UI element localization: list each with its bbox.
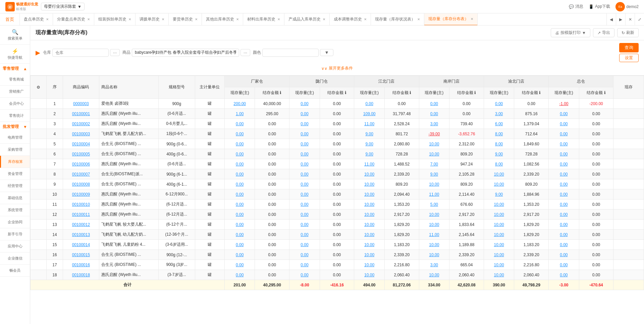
- sidebar-item-member[interactable]: 会员中心: [0, 98, 30, 110]
- sidebar-item-retail-stats[interactable]: 零售统计: [0, 110, 30, 122]
- th-nanbin-amt: 结存金额 ℹ: [449, 87, 484, 99]
- sidebar-item-enterprise[interactable]: 企业协同: [0, 216, 30, 228]
- th-jiangbei-amt: 结存金额 ℹ: [384, 87, 419, 99]
- th-no: 序: [47, 76, 63, 99]
- th-factory-qty: 现存量(主): [224, 87, 255, 99]
- th-factory-amt: 结存金额 ℹ: [255, 87, 289, 99]
- sidebar-item-ecommerce[interactable]: 电商管理: [0, 132, 30, 144]
- sidebar-item-search[interactable]: 🔍 搜索英单: [0, 26, 30, 45]
- sidebar-item-wechat[interactable]: 企业微信: [0, 252, 30, 265]
- warehouse-input[interactable]: [52, 49, 109, 57]
- print-button[interactable]: 🖨 按模版打印 ▼: [551, 28, 590, 37]
- close-icon[interactable]: ✕: [417, 17, 420, 21]
- tab-order[interactable]: 要货单历史 ✕: [169, 13, 202, 26]
- color-input[interactable]: [262, 49, 319, 57]
- tab-next-button[interactable]: ▶: [616, 13, 625, 26]
- tab-close-all-button[interactable]: ✕: [625, 13, 635, 26]
- table-row: 16 00100015 合生元 (BIOSTIME) ... 900g (12-…: [31, 250, 644, 260]
- sidebar-item-finance[interactable]: 资金管理: [0, 168, 30, 180]
- tab-cost-adjust[interactable]: 成本调整单历史 ✕: [330, 13, 371, 26]
- export-button[interactable]: ↗ 导出: [593, 28, 614, 37]
- sidebar-item-marketing[interactable]: 营销推广: [0, 86, 30, 98]
- goods-input[interactable]: [132, 49, 239, 57]
- tab-stock-distribution[interactable]: 现存量（库存分布表） ✕: [424, 13, 478, 26]
- table-row: 4 00100003 飞鹤星飞帆 婴儿配方奶... 1段(0-6个... 罐 0…: [31, 129, 644, 139]
- close-icon[interactable]: ✕: [323, 17, 325, 21]
- close-icon[interactable]: ✕: [277, 17, 280, 21]
- tab-portion-count[interactable]: 分量盘点单历史 ✕: [53, 13, 94, 26]
- goods-picker-button[interactable]: ···: [240, 49, 250, 56]
- flash-icon: ⚡: [1, 48, 29, 54]
- main-layout: 🔍 搜索英单 ⚡ 快捷导航 零售管理 ▲ 零售商城 营销推广 会员中心 零售统计…: [0, 26, 644, 324]
- chevron-up-icon: ▲: [23, 66, 27, 71]
- warehouse-field: 仓库 ···: [43, 49, 120, 57]
- sidebar-item-quicknav[interactable]: ⚡ 快捷导航: [0, 45, 30, 64]
- tab-product-inbound[interactable]: 产成品入库单历史 ✕: [284, 13, 330, 26]
- table-row: 13 00100012 飞鹤星飞帆 较大婴儿配... (6-12个月... 罐 …: [31, 220, 644, 230]
- query-button[interactable]: 查询: [619, 43, 639, 52]
- app-download-button[interactable]: 📱 App下载: [589, 4, 610, 9]
- table-row: 14 00100013 飞鹤星飞帆 幼儿配方奶... (12-36个月... 罐…: [31, 230, 644, 240]
- th-total-amt: 结存金额 ℹ: [579, 87, 613, 99]
- sidebar-section-retail[interactable]: 零售管理 ▲: [0, 64, 30, 74]
- tab-home[interactable]: 首页: [0, 13, 20, 26]
- industry-select[interactable]: 母婴行业演示陈套 ▼: [41, 3, 85, 10]
- th-settings[interactable]: ⚙: [31, 76, 47, 99]
- collapse-arrow[interactable]: ▶: [36, 49, 40, 56]
- sidebar-item-basic-info[interactable]: 基础信息: [0, 192, 30, 204]
- tab-inventory-count[interactable]: 盘点单历史 ✕: [20, 13, 53, 26]
- sidebar-item-appcenter[interactable]: 应用中心: [0, 240, 30, 252]
- th-yubei-qty: 现存量(主): [484, 87, 514, 99]
- user-profile[interactable]: Ea demo2: [615, 2, 639, 11]
- tab-material-outbound[interactable]: 材料出库单历史 ✕: [243, 13, 284, 26]
- table-row: 6 00100005 合生元 (BIOSTIME) ... 400g (0-6.…: [31, 149, 644, 159]
- sidebar-item-operations[interactable]: 经营管理: [0, 180, 30, 192]
- color-picker-button[interactable]: ▼: [320, 49, 333, 56]
- sidebar-item-purchase[interactable]: 采购管理: [0, 144, 30, 156]
- tab-stock-status[interactable]: 现存量（库存状况表） ✕: [371, 13, 424, 26]
- close-icon[interactable]: ✕: [471, 17, 473, 21]
- th-nanbin-qty: 现存量(主): [419, 87, 449, 99]
- sidebar-item-system[interactable]: 系统管理: [0, 204, 30, 216]
- logo-icon: 好: [5, 2, 15, 11]
- tab-prev-button[interactable]: ◀: [606, 13, 616, 26]
- close-icon[interactable]: ✕: [162, 17, 164, 21]
- close-icon[interactable]: ✕: [87, 17, 90, 21]
- setting-button[interactable]: 设置: [619, 54, 639, 62]
- table-row: 15 00100014 飞鹤星飞帆 儿童奶粉 4... (3-6岁适用... 罐…: [31, 240, 644, 250]
- search-icon: 🔍: [1, 29, 29, 35]
- message-icon: 💬: [569, 4, 574, 9]
- warehouse-picker-button[interactable]: ···: [110, 49, 120, 56]
- tab-transfer[interactable]: 调拨单历史 ✕: [136, 13, 169, 26]
- tab-assembly[interactable]: 组装拆卸单历史 ✕: [94, 13, 136, 26]
- table-row: 18 00100018 惠氏启醒 (Wyeth illu... (3-7岁适..…: [31, 270, 644, 280]
- close-icon[interactable]: ✕: [236, 17, 239, 21]
- th-factory-warehouse: 厂家仓: [224, 76, 289, 87]
- messages-button[interactable]: 💬 消息: [569, 4, 583, 9]
- tab-fullscreen-button[interactable]: ⤢: [635, 13, 644, 26]
- close-icon[interactable]: ✕: [364, 17, 367, 21]
- sidebar-item-inventory[interactable]: 库存核算: [0, 156, 30, 168]
- table-container: ⚙ 序 商品编码 商品名称 规格型号 主计量单位 厂家仓 陇门仓 江北门店 南岸…: [30, 76, 644, 324]
- goods-field: 商品 ···: [122, 49, 250, 57]
- th-current-last: 现存: [613, 76, 644, 99]
- sidebar-item-vip[interactable]: 畅会员: [0, 265, 30, 277]
- expand-conditions-button[interactable]: ∨∨ 展开更多条件: [36, 64, 639, 73]
- th-longmen-warehouse: 陇门仓: [289, 76, 354, 87]
- sidebar-item-retail-mall[interactable]: 零售商城: [0, 74, 30, 86]
- tabs-scroll: 盘点单历史 ✕ 分量盘点单历史 ✕ 组装拆卸单历史 ✕ 调拨单历史 ✕ 要货单历…: [20, 13, 606, 26]
- export-icon: ↗: [597, 31, 601, 35]
- close-icon[interactable]: ✕: [46, 17, 49, 21]
- refresh-button[interactable]: ↻ 刷新: [617, 28, 639, 37]
- chevron-down-icon: ▼: [77, 4, 82, 9]
- table-row: 7 00100006 惠氏启醒 (Wyeth illu... (0-6月适...…: [31, 159, 644, 169]
- sidebar-section-wholesale[interactable]: 批发管理 ▼: [0, 122, 30, 132]
- sidebar-item-tutorial[interactable]: 新手引导: [0, 228, 30, 240]
- close-icon[interactable]: ✕: [128, 17, 131, 21]
- close-icon[interactable]: ✕: [195, 17, 198, 21]
- th-total-qty: 现存量(主): [549, 87, 579, 99]
- table-row: 5 00100004 合生元 (BIOSTIME) ... 900g (0-6.…: [31, 139, 644, 149]
- top-bar: 好 畅捷通好生意 标准版 母婴行业演示陈套 ▼ 💬 消息 📱 App下载 Ea …: [0, 0, 644, 13]
- avatar: Ea: [615, 2, 625, 11]
- tab-outbound[interactable]: 其他出库单历史 ✕: [202, 13, 243, 26]
